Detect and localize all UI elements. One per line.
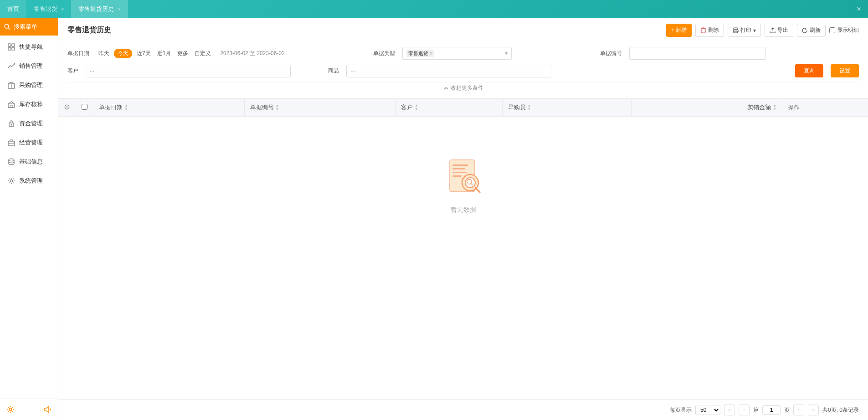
empty-text: 暂无数据	[451, 206, 476, 214]
th-doc-date[interactable]: 单据日期 ▲▼	[93, 99, 245, 117]
sidebar-item-quick-nav[interactable]: 快捷导航	[0, 37, 58, 56]
svg-marker-18	[45, 406, 49, 413]
th-gear[interactable]	[58, 99, 76, 117]
date-shortcuts: 昨天 今天 近7天 近1月 更多 自定义	[97, 49, 213, 58]
tab-bar: 首页 零售退货 × 零售退货历史 ×	[0, 0, 850, 18]
print-button[interactable]: 打印 ▾	[728, 24, 761, 37]
svg-rect-3	[12, 44, 15, 46]
tab-retail-return-close[interactable]: ×	[61, 6, 64, 12]
print-label: 打印	[740, 26, 751, 34]
page-size-dropdown[interactable]: 50 10 20 100	[695, 405, 720, 415]
add-button[interactable]: + 新增	[666, 24, 692, 37]
doc-number-label: 单据编号	[600, 50, 622, 57]
th-doc-date-sort[interactable]: 单据日期 ▲▼	[99, 103, 239, 112]
doc-type-tag-close[interactable]: ×	[430, 51, 432, 56]
date-shortcut-today[interactable]: 今天	[114, 49, 132, 58]
sidebar-item-purchase-mgmt[interactable]: 采购管理	[0, 76, 58, 95]
th-customer[interactable]: 客户 ▲▼	[395, 99, 503, 117]
th-guide-sort[interactable]: 导购员 ▲▼	[508, 103, 626, 112]
empty-state-row: 暂无数据	[58, 117, 868, 251]
date-shortcut-custom[interactable]: 自定义	[193, 49, 213, 58]
tab-home[interactable]: 首页	[0, 0, 26, 18]
sidebar-item-basic-info[interactable]: 基础信息	[0, 152, 58, 171]
sort-arrows-doc-number: ▲▼	[276, 104, 279, 111]
svg-rect-24	[452, 164, 468, 166]
sidebar-search[interactable]: 搜索菜单	[0, 18, 58, 36]
select-all-checkbox[interactable]	[82, 104, 87, 110]
sidebar-item-sales-mgmt[interactable]: 销售管理	[0, 56, 58, 76]
filter-area: 单据日期 昨天 今天 近7天 近1月 更多 自定义 2023-06-02 至 2…	[67, 42, 859, 98]
lock-icon	[7, 119, 15, 128]
th-customer-sort[interactable]: 客户 ▲▼	[401, 103, 497, 112]
customer-select[interactable]: ···	[86, 65, 291, 77]
sidebar-item-finance[interactable]: 资金管理	[0, 114, 58, 133]
sidebar-settings-btn[interactable]	[4, 403, 17, 416]
page-title-row: 零售退货历史 + 新增 删除	[67, 24, 859, 37]
svg-point-16	[10, 180, 13, 182]
database-icon	[7, 158, 15, 166]
sidebar-item-inventory-label: 库存核算	[19, 100, 43, 108]
last-page-btn[interactable]: »	[808, 405, 819, 415]
svg-rect-2	[8, 44, 11, 46]
next-page-btn[interactable]: ›	[793, 405, 804, 415]
th-guide[interactable]: 导购员 ▲▼	[502, 99, 631, 117]
th-doc-number-sort[interactable]: 单据编号 ▲▼	[250, 103, 390, 112]
sidebar-item-inventory[interactable]: 库存核算	[0, 95, 58, 114]
refresh-button[interactable]: 刷新	[797, 24, 826, 37]
top-bar: 首页 零售退货 × 零售退货历史 × ×	[0, 0, 868, 18]
content-area: 零售退货历史 + 新增 删除	[58, 18, 868, 420]
doc-date-label: 单据日期	[67, 50, 89, 57]
tab-retail-return-history[interactable]: 零售退货历史 ×	[71, 0, 128, 18]
show-detail-input[interactable]	[829, 27, 835, 33]
collapse-filter-btn[interactable]: 收起更多条件	[67, 82, 859, 94]
first-page-btn[interactable]: «	[724, 405, 735, 415]
date-shortcut-more[interactable]: 更多	[175, 49, 190, 58]
sort-arrows-doc-date: ▲▼	[124, 104, 128, 111]
th-doc-number[interactable]: 单据编号 ▲▼	[244, 99, 395, 117]
trash-icon	[700, 27, 706, 33]
customer-label: 客户	[67, 67, 78, 75]
svg-point-0	[5, 24, 9, 28]
tab-retail-return-history-close[interactable]: ×	[118, 6, 120, 12]
svg-point-12	[11, 124, 12, 126]
settings-filter-button[interactable]: 设置	[831, 64, 859, 77]
sort-arrows-amount: ▲▼	[773, 104, 776, 111]
export-button[interactable]: 导出	[765, 24, 793, 37]
window-close-button[interactable]: ×	[850, 0, 868, 18]
page-input[interactable]	[762, 405, 781, 415]
prev-page-btn[interactable]: ‹	[739, 405, 750, 415]
sidebar-item-quick-nav-label: 快捷导航	[19, 43, 43, 51]
doc-number-input[interactable]	[629, 47, 766, 60]
date-shortcut-7days[interactable]: 近7天	[135, 49, 153, 58]
gear-table-icon	[64, 104, 70, 110]
sidebar-audio-btn[interactable]	[41, 403, 54, 416]
th-checkbox[interactable]	[76, 99, 93, 117]
th-amount-sort[interactable]: 实销金额 ▲▼	[637, 103, 777, 112]
sidebar-item-finance-label: 资金管理	[19, 119, 43, 128]
tab-retail-return-history-label: 零售退货历史	[78, 5, 114, 13]
tab-home-label: 首页	[7, 5, 19, 13]
th-amount-label: 实销金额	[747, 103, 771, 112]
customer-ellipsis: ···	[90, 68, 94, 74]
svg-point-29	[465, 178, 475, 188]
th-amount[interactable]: 实销金额 ▲▼	[631, 99, 782, 117]
show-detail-checkbox[interactable]: 显示明细	[829, 26, 859, 34]
tab-retail-return-label: 零售退货	[34, 5, 57, 13]
delete-button[interactable]: 删除	[695, 24, 724, 37]
goods-select[interactable]: ···	[346, 65, 551, 77]
doc-type-select[interactable]: 零售退货 × ▾	[402, 47, 512, 60]
sidebar-item-sys-mgmt[interactable]: 系统管理	[0, 171, 58, 190]
sidebar-item-operations[interactable]: 经营管理	[0, 133, 58, 152]
page-title: 零售退货历史	[67, 26, 111, 35]
svg-rect-4	[8, 47, 11, 50]
doc-type-label: 单据类型	[373, 50, 395, 57]
query-button[interactable]: 查询	[795, 64, 823, 77]
grid-icon	[7, 43, 15, 51]
date-shortcut-yesterday[interactable]: 昨天	[97, 49, 111, 58]
refresh-label: 刷新	[810, 26, 821, 34]
tab-retail-return[interactable]: 零售退货 ×	[26, 0, 71, 18]
pagination-bar: 每页显示 50 10 20 100 « ‹ 第 页 › » 共0页, 0条记录	[58, 400, 868, 420]
svg-point-17	[9, 408, 12, 411]
settings-icon	[7, 177, 15, 185]
date-shortcut-1month[interactable]: 近1月	[155, 49, 173, 58]
